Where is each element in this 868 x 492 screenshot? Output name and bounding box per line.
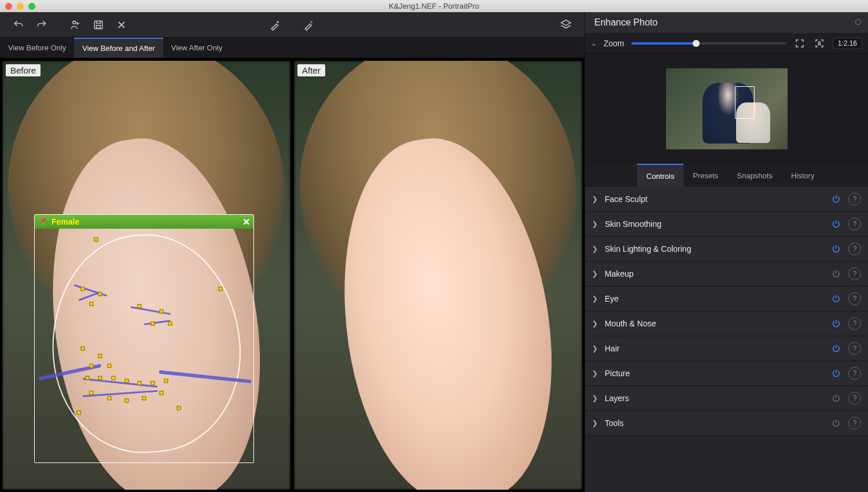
after-pane[interactable]: After bbox=[294, 61, 582, 490]
after-label: After bbox=[297, 64, 325, 76]
section-eye[interactable]: ❯Eye? bbox=[585, 287, 868, 311]
person-button[interactable] bbox=[64, 13, 87, 36]
section-mouth-nose[interactable]: ❯Mouth & Nose? bbox=[585, 311, 868, 336]
section-makeup[interactable]: ❯Makeup? bbox=[585, 262, 868, 287]
tab-history[interactable]: History bbox=[782, 164, 823, 187]
save-button[interactable] bbox=[87, 13, 110, 36]
power-toggle-icon[interactable] bbox=[830, 367, 843, 380]
tab-controls[interactable]: Controls bbox=[637, 164, 683, 187]
section-skin-smoothing[interactable]: ❯Skin Smoothing? bbox=[585, 212, 868, 237]
svg-point-0 bbox=[73, 21, 76, 24]
chevron-right-icon: ❯ bbox=[592, 270, 599, 278]
help-icon[interactable]: ? bbox=[848, 367, 861, 380]
help-icon[interactable]: ? bbox=[848, 292, 861, 305]
section-tools[interactable]: ❯Tools? bbox=[585, 411, 868, 436]
section-picture[interactable]: ❯Picture? bbox=[585, 361, 868, 386]
before-label: Before bbox=[6, 64, 41, 76]
control-sections: ❯Face Sculpt?❯Skin Smoothing?❯Skin Light… bbox=[585, 187, 868, 492]
zoom-face-icon[interactable] bbox=[813, 37, 826, 50]
power-toggle-icon[interactable] bbox=[830, 292, 843, 305]
help-icon[interactable]: ? bbox=[848, 218, 861, 230]
zoom-slider[interactable] bbox=[631, 42, 786, 45]
brush-add-button[interactable] bbox=[264, 13, 287, 36]
help-icon[interactable]: ? bbox=[848, 193, 861, 205]
power-toggle-icon[interactable] bbox=[830, 317, 843, 330]
section-label: Mouth & Nose bbox=[605, 319, 824, 328]
help-icon[interactable]: ? bbox=[848, 342, 861, 355]
chevron-right-icon: ❯ bbox=[592, 295, 599, 303]
section-hair[interactable]: ❯Hair? bbox=[585, 336, 868, 361]
zoom-readout[interactable]: 1:2.16 bbox=[833, 38, 862, 49]
section-label: Hair bbox=[605, 344, 824, 353]
redo-button[interactable] bbox=[30, 13, 53, 36]
zoom-label: Zoom bbox=[604, 39, 624, 48]
layers-icon[interactable] bbox=[554, 13, 578, 36]
mac-titlebar: K&Jeng1.NEF - PortraitPro bbox=[0, 0, 868, 12]
zoom-fit-icon[interactable] bbox=[793, 37, 806, 50]
section-face-sculpt[interactable]: ❯Face Sculpt? bbox=[585, 187, 868, 212]
after-image bbox=[294, 61, 582, 490]
face-detection-overlay[interactable]: 📍 Female ✕ bbox=[34, 214, 254, 463]
canvas-area: Before 📍 Female ✕ bbox=[0, 58, 584, 492]
chevron-right-icon: ❯ bbox=[592, 245, 599, 253]
before-pane[interactable]: Before 📍 Female ✕ bbox=[2, 61, 290, 490]
side-panel: Enhance Photo ⌄ Zoom 1:2.16 bbox=[584, 12, 868, 492]
chevron-right-icon: ❯ bbox=[592, 220, 599, 228]
help-icon[interactable]: ? bbox=[848, 317, 861, 330]
undo-button[interactable] bbox=[7, 13, 30, 36]
section-label: Layers bbox=[605, 394, 824, 403]
svg-point-3 bbox=[818, 41, 820, 43]
section-label: Picture bbox=[605, 369, 824, 378]
section-skin-lighting-coloring[interactable]: ❯Skin Lighting & Coloring? bbox=[585, 237, 868, 262]
zoom-collapse-icon[interactable]: ⌄ bbox=[591, 39, 597, 47]
chevron-right-icon: ❯ bbox=[592, 195, 599, 203]
brush-remove-button[interactable] bbox=[297, 13, 321, 36]
panel-tabs: Controls Presets Snapshots History bbox=[585, 164, 868, 187]
power-toggle-icon[interactable] bbox=[830, 243, 843, 255]
power-toggle-icon[interactable] bbox=[830, 218, 843, 230]
side-panel-title-bar: Enhance Photo bbox=[585, 12, 868, 33]
navigator-viewport-rect[interactable] bbox=[735, 86, 755, 119]
section-label: Tools bbox=[605, 418, 824, 428]
navigator[interactable] bbox=[585, 54, 868, 164]
dock-icon[interactable] bbox=[855, 19, 861, 25]
chevron-right-icon: ❯ bbox=[592, 344, 599, 353]
main-toolbar bbox=[0, 12, 584, 38]
section-layers[interactable]: ❯Layers? bbox=[585, 386, 868, 411]
window-title: K&Jeng1.NEF - PortraitPro bbox=[0, 2, 868, 10]
chevron-right-icon: ❯ bbox=[592, 369, 599, 377]
help-icon[interactable]: ? bbox=[848, 392, 861, 405]
help-icon[interactable]: ? bbox=[848, 243, 861, 255]
chevron-right-icon: ❯ bbox=[592, 320, 599, 328]
power-toggle-icon[interactable] bbox=[830, 417, 843, 429]
chevron-right-icon: ❯ bbox=[592, 394, 599, 402]
face-landmarks[interactable] bbox=[35, 215, 253, 462]
view-tab-before-only[interactable]: View Before Only bbox=[0, 38, 74, 58]
section-label: Face Sculpt bbox=[605, 194, 824, 204]
power-toggle-icon[interactable] bbox=[830, 342, 843, 355]
view-tab-after-only[interactable]: View After Only bbox=[163, 38, 231, 58]
help-icon[interactable]: ? bbox=[848, 417, 861, 429]
chevron-right-icon: ❯ bbox=[592, 419, 599, 427]
help-icon[interactable]: ? bbox=[848, 267, 861, 280]
svg-rect-2 bbox=[97, 25, 101, 28]
navigator-thumbnail[interactable] bbox=[666, 68, 788, 149]
power-toggle-icon[interactable] bbox=[830, 193, 843, 205]
side-panel-title: Enhance Photo bbox=[594, 17, 657, 28]
close-button[interactable] bbox=[110, 13, 133, 36]
zoom-slider-thumb[interactable] bbox=[693, 40, 700, 47]
section-label: Makeup bbox=[605, 269, 824, 278]
zoom-row: ⌄ Zoom 1:2.16 bbox=[585, 33, 868, 54]
power-toggle-icon[interactable] bbox=[830, 267, 843, 280]
section-label: Skin Lighting & Coloring bbox=[605, 244, 824, 254]
view-tab-before-and-after[interactable]: View Before and After bbox=[74, 38, 163, 58]
tab-presets[interactable]: Presets bbox=[683, 164, 727, 187]
section-label: Eye bbox=[605, 294, 824, 303]
view-tabs: View Before Only View Before and After V… bbox=[0, 38, 584, 58]
section-label: Skin Smoothing bbox=[605, 219, 824, 229]
power-toggle-icon[interactable] bbox=[830, 392, 843, 405]
tab-snapshots[interactable]: Snapshots bbox=[728, 164, 782, 187]
